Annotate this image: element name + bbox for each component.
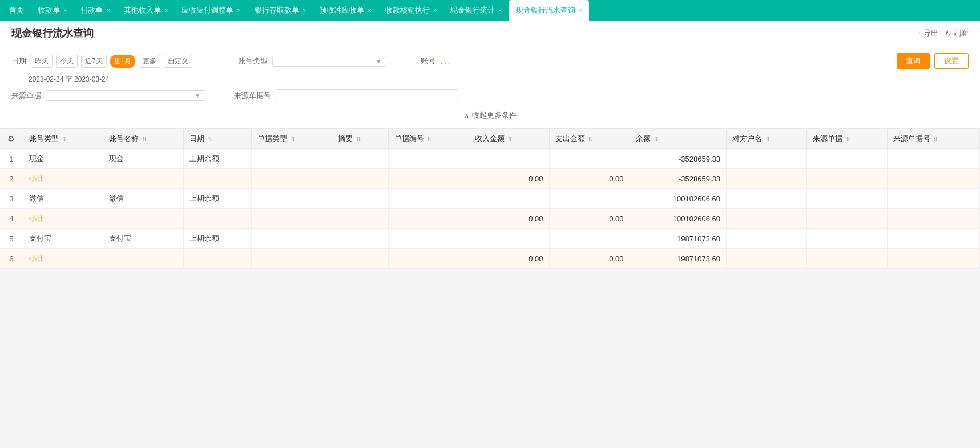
th-expense[interactable]: 支出金额 ⇅ [549, 129, 630, 149]
table-cell: 小计 [23, 249, 103, 269]
table-cell [549, 229, 630, 249]
th-date[interactable]: 日期 ⇅ [184, 129, 252, 149]
th-account-name[interactable]: 账号名称 ⇅ [103, 129, 184, 149]
close-icon[interactable]: × [63, 7, 67, 14]
account-filter: 账号 ... [421, 56, 451, 66]
close-icon[interactable]: × [106, 7, 110, 14]
close-icon[interactable]: × [368, 7, 371, 14]
table-cell: 0.00 [549, 209, 630, 229]
th-source-doc-no[interactable]: 来源单据号 ⇅ [887, 129, 979, 149]
th-source-doc[interactable]: 来源单据 ⇅ [806, 129, 887, 149]
table-cell: -3528659.33 [630, 169, 726, 189]
account-dots-button[interactable]: ... [440, 56, 451, 66]
table-cell: 支付宝 [103, 229, 184, 249]
page-header: 现金银行流水查询 ↑ 导出 ↻ 刷新 [0, 21, 980, 46]
close-icon[interactable]: × [303, 7, 306, 14]
settings-button[interactable]: 设置 [934, 53, 969, 69]
table-cell [549, 189, 630, 209]
table-cell [332, 169, 389, 189]
table-cell [252, 249, 332, 269]
date-btn-yesterday[interactable]: 昨天 [31, 55, 53, 68]
chevron-down-icon: ▼ [195, 92, 200, 99]
sort-icon: ⇅ [507, 136, 512, 142]
close-icon[interactable]: × [237, 7, 240, 14]
account-type-select[interactable]: ▼ [272, 56, 386, 67]
nav-tab-fukuandan[interactable]: 付款单 × [74, 0, 116, 21]
table-cell: 2 [0, 169, 23, 189]
nav-tab-shoukuandan[interactable]: 收款单 × [31, 0, 74, 21]
th-counterpart[interactable]: 对方户名 ⇅ [726, 129, 806, 149]
source-doc-num-label: 来源单据号 [234, 91, 271, 101]
table-cell [252, 149, 332, 169]
table-cell: -3528659.33 [630, 149, 726, 169]
date-btn-custom[interactable]: 自定义 [164, 55, 192, 68]
th-balance[interactable]: 余额 ⇅ [630, 129, 726, 149]
table-cell [726, 149, 806, 169]
th-doc-no[interactable]: 单据编号 ⇅ [388, 129, 469, 149]
source-doc-num-input[interactable] [276, 89, 458, 102]
export-icon: ↑ [918, 29, 922, 38]
table-cell [887, 189, 979, 209]
table-cell: 上期余额 [184, 189, 252, 209]
date-filter: 日期 昨天 今天 近7天 近1月 更多 自定义 [11, 55, 192, 68]
date-btn-1month[interactable]: 近1月 [110, 55, 136, 68]
th-income[interactable]: 收入金额 ⇅ [469, 129, 549, 149]
table-cell [887, 169, 979, 189]
sort-icon: ⇅ [291, 136, 295, 142]
table-cell: 6 [0, 249, 23, 269]
table-row: 3微信微信上期余额100102606.60 [0, 189, 980, 209]
table-cell: 4 [0, 209, 23, 229]
table-cell: 0.00 [469, 209, 549, 229]
th-account-type[interactable]: 账号类型 ⇅ [23, 129, 103, 149]
table-cell: 1 [0, 149, 23, 169]
chevron-down-icon: ▼ [376, 58, 381, 64]
refresh-icon: ↻ [945, 29, 951, 38]
table-cell: 3 [0, 189, 23, 209]
table-cell: 0.00 [549, 169, 630, 189]
th-doc-type[interactable]: 单据类型 ⇅ [252, 129, 332, 149]
table-cell: 小计 [23, 169, 103, 189]
export-button[interactable]: ↑ 导出 [918, 28, 939, 38]
nav-tab-yingshouyingfu[interactable]: 应收应付调整单 × [175, 0, 247, 21]
nav-tab-yinhangcunqu[interactable]: 银行存取款单 × [248, 0, 313, 21]
source-doc-select[interactable]: ▼ [46, 90, 205, 101]
table-row: 6小计0.000.0019871073.60 [0, 249, 980, 269]
close-icon[interactable]: × [164, 7, 168, 14]
date-btn-7days[interactable]: 近7天 [81, 55, 107, 68]
table-cell [252, 189, 332, 209]
date-btn-more[interactable]: 更多 [139, 55, 160, 68]
table-container: ⚙ 账号类型 ⇅ 账号名称 ⇅ 日期 ⇅ 单据类型 ⇅ [0, 129, 980, 269]
table-cell: 19871073.60 [630, 229, 726, 249]
close-icon[interactable]: × [498, 7, 502, 14]
nav-tab-yushouchi[interactable]: 预收冲应收单 × [313, 0, 378, 21]
table-cell: 支付宝 [23, 229, 103, 249]
date-label: 日期 [11, 56, 26, 66]
refresh-button[interactable]: ↻ 刷新 [945, 28, 969, 38]
table-cell [103, 169, 184, 189]
table-cell [806, 209, 887, 229]
table-cell: 100102606.60 [630, 189, 726, 209]
table-cell: 0.00 [469, 249, 549, 269]
close-icon[interactable]: × [433, 7, 437, 14]
sort-icon: ⇅ [765, 136, 770, 142]
table-cell [184, 169, 252, 189]
nav-tab-xianjinyinhang[interactable]: 现金银行统计 × [443, 0, 509, 21]
table-cell: 19871073.60 [630, 249, 726, 269]
table-cell [469, 149, 549, 169]
collapse-button[interactable]: ∧ 收起更多条件 [464, 110, 517, 120]
nav-tab-liushui[interactable]: 现金银行流水查询 × [509, 0, 589, 21]
table-cell [887, 209, 979, 229]
sort-icon: ⇅ [933, 136, 938, 142]
th-settings[interactable]: ⚙ [0, 129, 23, 149]
date-range-display: 2023-02-24 至 2023-03-24 [11, 75, 969, 84]
nav-tab-shoukuanhexiao[interactable]: 收款核销执行 × [378, 0, 443, 21]
table-cell [806, 229, 887, 249]
nav-home[interactable]: 首页 [2, 0, 31, 21]
query-button[interactable]: 查询 [897, 53, 930, 69]
collapse-row: ∧ 收起更多条件 [11, 108, 969, 124]
nav-tab-qitashourudan[interactable]: 其他收入单 × [117, 0, 175, 21]
gear-icon[interactable]: ⚙ [7, 134, 15, 143]
date-btn-today[interactable]: 今天 [56, 55, 78, 68]
th-summary[interactable]: 摘要 ⇅ [332, 129, 389, 149]
close-icon[interactable]: × [579, 7, 582, 14]
